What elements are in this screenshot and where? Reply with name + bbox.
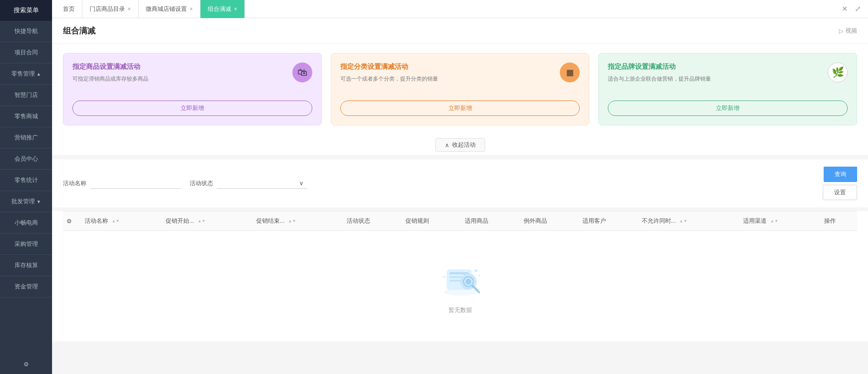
video-link[interactable]: ▷ 视频 bbox=[839, 27, 857, 35]
col-operation: 操作 bbox=[820, 211, 857, 231]
tab-combo-discount[interactable]: 组合满减 × bbox=[200, 0, 245, 18]
tab-store-catalog-label: 门店商品目录 bbox=[90, 5, 125, 13]
sidebar-item-purchase[interactable]: 采购管理 bbox=[0, 234, 52, 255]
tab-combo-discount-label: 组合满减 bbox=[208, 5, 231, 13]
col-activity-status: 活动状态 bbox=[343, 211, 402, 231]
sidebar-item-quick-nav[interactable]: 快捷导航 bbox=[0, 21, 52, 42]
tab-home[interactable]: 首页 bbox=[56, 0, 82, 18]
sidebar-item-project-contract[interactable]: 项目合同 bbox=[0, 42, 52, 63]
tab-combo-discount-close[interactable]: × bbox=[234, 6, 237, 12]
col-applicable-customer: 适用客户 bbox=[579, 211, 638, 231]
sidebar-item-finance[interactable]: 资金管理 bbox=[0, 276, 52, 297]
wholesale-arrow: ▼ bbox=[37, 199, 41, 204]
sidebar: 搜索菜单 快捷导航 项目合同 零售管理 ▲ 智慧门店 零售商城 营销推广 会员中… bbox=[0, 0, 52, 374]
product-card-icon: 🛍 bbox=[292, 62, 312, 82]
window-close-btn[interactable]: ✕ bbox=[838, 3, 851, 15]
activity-status-select[interactable]: ∨ bbox=[217, 178, 307, 189]
col-activity-name[interactable]: 活动名称 ▲▼ bbox=[81, 211, 162, 231]
activity-name-group: 活动名称 bbox=[63, 178, 181, 189]
video-label: 视频 bbox=[845, 27, 857, 35]
empty-text: 暂无数据 bbox=[448, 306, 472, 314]
product-card-add-btn[interactable]: 立即新增 bbox=[72, 101, 312, 116]
category-card-add-btn[interactable]: 立即新增 bbox=[340, 101, 580, 116]
product-card-title: 指定商品设置满减活动 bbox=[72, 62, 312, 71]
product-promo-card: 指定商品设置满减活动 🛍 可指定滞销商品或库存较多商品 立即新增 bbox=[63, 53, 322, 125]
col-promo-start[interactable]: 促销开始... ▲▼ bbox=[162, 211, 253, 231]
col-exception-goods: 例外商品 bbox=[520, 211, 579, 231]
svg-point-11 bbox=[478, 274, 480, 276]
col-applicable-goods-label: 适用商品 bbox=[465, 217, 488, 224]
col-no-concurrent[interactable]: 不允许同时... ▲▼ bbox=[638, 211, 740, 231]
tab-wechat-store-close[interactable]: × bbox=[190, 6, 193, 12]
col-exception-goods-label: 例外商品 bbox=[524, 217, 547, 224]
window-maximize-btn[interactable]: ⤢ bbox=[851, 3, 864, 15]
col-activity-status-label: 活动状态 bbox=[347, 217, 370, 224]
col-settings[interactable]: ⚙ bbox=[63, 211, 81, 231]
col-promo-rule: 促销规则 bbox=[402, 211, 461, 231]
col-promo-end-label: 促销结束... bbox=[256, 217, 285, 224]
product-card-desc: 可指定滞销商品或库存较多商品 bbox=[72, 75, 312, 93]
table-section: ⚙ 活动名称 ▲▼ 促销开始... ▲▼ 促销结束... ▲▼ bbox=[52, 211, 868, 231]
activity-name-label: 活动名称 bbox=[63, 179, 86, 187]
collapse-icon: ∧ bbox=[445, 142, 449, 149]
brand-card-icon: 🌿 bbox=[828, 62, 848, 82]
tab-bar: 首页 门店商品目录 × 微商城店铺设置 × 组合满减 × ✕ ⤢ bbox=[52, 0, 868, 18]
col-applicable-goods: 适用商品 bbox=[461, 211, 520, 231]
page-header: 组合满减 ▷ 视频 bbox=[52, 18, 868, 44]
tab-wechat-store-label: 微商城店铺设置 bbox=[146, 5, 187, 13]
collapse-bar: ∧ 收起活动 bbox=[52, 134, 868, 156]
svg-rect-3 bbox=[449, 276, 463, 278]
sidebar-item-inventory[interactable]: 库存核算 bbox=[0, 255, 52, 276]
sort-arrows-channel: ▲▼ bbox=[770, 219, 778, 223]
chevron-down-icon: ∨ bbox=[299, 180, 304, 187]
content-area: 组合满减 ▷ 视频 指定商品设置满减活动 🛍 可指定滞销商品或库存较多商品 立即… bbox=[52, 18, 868, 374]
empty-state: 暂无数据 bbox=[52, 231, 868, 341]
sidebar-item-member-center[interactable]: 会员中心 bbox=[0, 149, 52, 170]
activity-name-input[interactable] bbox=[90, 178, 181, 189]
sort-arrows-no-concurrent: ▲▼ bbox=[679, 219, 687, 223]
filter-actions: 查询 设置 bbox=[823, 167, 857, 200]
col-applicable-channel-label: 适用渠道 bbox=[743, 217, 767, 224]
main-area: 首页 门店商品目录 × 微商城店铺设置 × 组合满减 × ✕ ⤢ 组合满减 ▷ … bbox=[52, 0, 868, 374]
page-title: 组合满减 bbox=[63, 25, 95, 36]
brand-promo-card: 指定品牌设置满减活动 🌿 适合与上游企业联合做营销，提升品牌销量 立即新增 bbox=[598, 53, 857, 125]
sidebar-item-label: 批发管理 bbox=[11, 197, 35, 206]
sidebar-item-retail-stats[interactable]: 零售统计 bbox=[0, 170, 52, 191]
col-applicable-channel[interactable]: 适用渠道 ▲▼ bbox=[739, 211, 820, 231]
tab-store-catalog-close[interactable]: × bbox=[128, 6, 131, 12]
col-operation-label: 操作 bbox=[824, 217, 836, 224]
sidebar-item-xiaochang[interactable]: 小畅电商 bbox=[0, 212, 52, 234]
collapse-activities-btn[interactable]: ∧ 收起活动 bbox=[435, 138, 485, 152]
settings-button[interactable]: 设置 bbox=[823, 185, 857, 200]
collapse-label: 收起活动 bbox=[452, 141, 476, 149]
cards-section: 指定商品设置满减活动 🛍 可指定滞销商品或库存较多商品 立即新增 指定分类设置满… bbox=[52, 44, 868, 134]
sidebar-search[interactable]: 搜索菜单 bbox=[0, 0, 52, 21]
query-button[interactable]: 查询 bbox=[824, 167, 857, 182]
tab-home-label: 首页 bbox=[63, 5, 75, 13]
sidebar-item-smart-store[interactable]: 智慧门店 bbox=[0, 85, 52, 106]
sort-arrows-activity-name: ▲▼ bbox=[112, 219, 120, 223]
svg-point-10 bbox=[475, 269, 477, 272]
brand-card-add-btn[interactable]: 立即新增 bbox=[608, 101, 848, 116]
table-header-row: ⚙ 活动名称 ▲▼ 促销开始... ▲▼ 促销结束... ▲▼ bbox=[63, 211, 857, 231]
tab-store-catalog[interactable]: 门店商品目录 × bbox=[82, 0, 138, 18]
activity-status-group: 活动状态 ∨ bbox=[190, 178, 307, 189]
sort-arrows-promo-end: ▲▼ bbox=[288, 219, 296, 223]
sidebar-item-label: 零售管理 bbox=[11, 70, 35, 78]
col-no-concurrent-label: 不允许同时... bbox=[642, 217, 676, 224]
tab-wechat-store[interactable]: 微商城店铺设置 × bbox=[138, 0, 200, 18]
sidebar-item-retail-mall[interactable]: 零售商城 bbox=[0, 106, 52, 127]
category-promo-card: 指定分类设置满减活动 ▦ 可选一个或者多个分类，提升分类的销量 立即新增 bbox=[331, 53, 590, 125]
col-promo-start-label: 促销开始... bbox=[166, 217, 194, 224]
sidebar-item-retail-mgmt[interactable]: 零售管理 ▲ bbox=[0, 63, 52, 85]
col-promo-end[interactable]: 促销结束... ▲▼ bbox=[253, 211, 343, 231]
activity-status-label: 活动状态 bbox=[190, 179, 213, 187]
sidebar-item-marketing[interactable]: 营销推广 bbox=[0, 127, 52, 149]
category-card-title: 指定分类设置满减活动 bbox=[340, 62, 580, 71]
brand-card-title: 指定品牌设置满减活动 bbox=[608, 62, 848, 71]
category-card-desc: 可选一个或者多个分类，提升分类的销量 bbox=[340, 75, 580, 93]
sort-arrows-promo-start: ▲▼ bbox=[198, 219, 206, 223]
empty-icon bbox=[438, 258, 483, 299]
sidebar-settings[interactable]: ⚙ bbox=[0, 355, 52, 374]
sidebar-item-wholesale-mgmt[interactable]: 批发管理 ▼ bbox=[0, 191, 52, 212]
